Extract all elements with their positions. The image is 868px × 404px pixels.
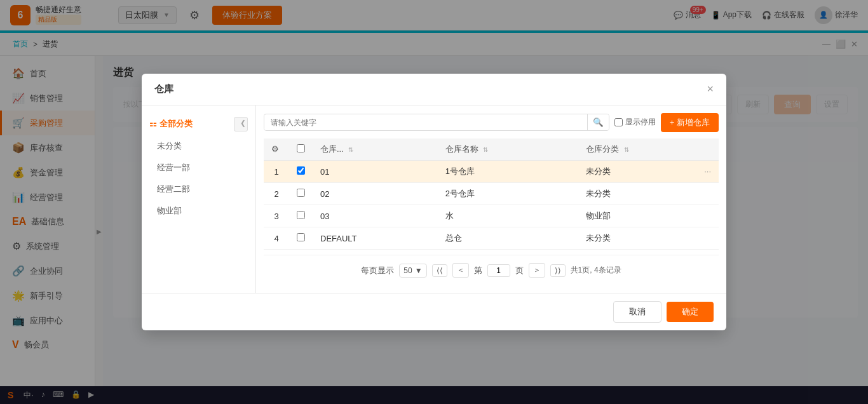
search-button[interactable]: 🔍 — [587, 114, 609, 130]
table-body: 1 01 1号仓库 未分类··· 2 02 2号仓库 未分类 3 03 水 物业… — [264, 160, 719, 250]
table-container: ⚙ 仓库... ⇅ 仓库名称 — [264, 138, 719, 250]
select-all-checkbox[interactable] — [297, 144, 305, 152]
category-all-icon: ⚏ — [149, 119, 157, 128]
td-name: 水 — [438, 205, 578, 227]
th-name: 仓库名称 ⇅ — [438, 138, 578, 161]
table-toolbar: 🔍 显示停用 + 新增仓库 — [264, 113, 719, 132]
th-name-sort-icon[interactable]: ⇅ — [483, 146, 488, 153]
show-disabled-checkbox[interactable] — [614, 118, 623, 126]
th-category-sort-icon[interactable]: ⇅ — [624, 146, 629, 153]
table-row[interactable]: 1 01 1号仓库 未分类··· — [264, 160, 719, 183]
row-checkbox[interactable] — [297, 233, 305, 241]
td-name: 1号仓库 — [438, 160, 578, 183]
td-index: 1 — [264, 160, 289, 183]
table-row[interactable]: 4 DEFAULT 总仓 未分类 — [264, 227, 719, 250]
category-panel: ⚏ 全部分类 《 未分类经营一部经营二部物业部 — [142, 105, 256, 293]
td-code: 03 — [313, 205, 438, 227]
td-checkbox[interactable] — [289, 160, 313, 183]
td-category: 未分类 — [578, 183, 719, 205]
category-list: 未分类经营一部经营二部物业部 — [142, 135, 255, 222]
show-disabled-text: 显示停用 — [625, 117, 656, 128]
th-category: 仓库分类 ⇅ — [578, 138, 719, 161]
category-all-label: 全部分类 — [159, 119, 193, 128]
td-checkbox[interactable] — [289, 227, 313, 250]
row-checkbox[interactable] — [297, 166, 305, 175]
cancel-button[interactable]: 取消 — [613, 301, 661, 323]
row-checkbox[interactable] — [297, 189, 305, 197]
per-page-label: 每页显示 — [361, 265, 394, 276]
page-next-button[interactable]: ＞ — [529, 263, 545, 278]
show-disabled-label[interactable]: 显示停用 — [614, 117, 656, 128]
td-name: 总仓 — [438, 227, 578, 250]
table-head: ⚙ 仓库... ⇅ 仓库名称 — [264, 138, 719, 161]
per-page-dropdown-icon: ▼ — [415, 266, 423, 275]
category-collapse-button[interactable]: 《 — [234, 117, 248, 131]
row-checkbox[interactable] — [297, 211, 305, 219]
category-item[interactable]: 经营二部 — [142, 178, 255, 200]
td-checkbox[interactable] — [289, 183, 313, 205]
page-total-info: 共1页, 4条记录 — [571, 265, 621, 276]
warehouse-table: ⚙ 仓库... ⇅ 仓库名称 — [264, 138, 719, 250]
add-warehouse-button[interactable]: + 新增仓库 — [661, 113, 719, 132]
td-category: 物业部 — [578, 205, 719, 227]
per-page-select[interactable]: 50 ▼ — [399, 264, 426, 278]
category-item[interactable]: 物业部 — [142, 200, 255, 222]
modal-close-button[interactable]: × — [707, 83, 714, 96]
page-label: 第 — [474, 265, 482, 276]
confirm-button[interactable]: 确定 — [667, 302, 714, 322]
td-index: 3 — [264, 205, 289, 227]
page-last-button[interactable]: ⟩⟩ — [550, 264, 566, 277]
pagination: 每页显示 50 ▼ ⟨⟨ ＜ 第 页 ＞ ⟩⟩ 共1页, 4条记录 — [264, 255, 719, 285]
td-name: 2号仓库 — [438, 183, 578, 205]
warehouse-modal: 仓库 × ⚏ 全部分类 《 未分类经营一部经营二部物业部 — [142, 74, 726, 331]
category-all-header[interactable]: ⚏ 全部分类 《 — [142, 113, 255, 135]
category-item[interactable]: 未分类 — [142, 135, 255, 157]
modal-title: 仓库 — [154, 83, 173, 95]
page-prev-button[interactable]: ＜ — [452, 263, 469, 278]
modal-overlay: 仓库 × ⚏ 全部分类 《 未分类经营一部经营二部物业部 — [0, 0, 868, 404]
th-checkbox — [289, 138, 313, 161]
td-code: 01 — [313, 160, 438, 183]
page-suffix: 页 — [515, 265, 524, 276]
td-code: 02 — [313, 183, 438, 205]
search-input-wrap: 🔍 — [264, 114, 609, 131]
td-index: 4 — [264, 227, 289, 250]
modal-body: ⚏ 全部分类 《 未分类经营一部经营二部物业部 🔍 — [142, 105, 726, 293]
table-row[interactable]: 3 03 水 物业部 — [264, 205, 719, 227]
td-index: 2 — [264, 183, 289, 205]
table-settings-icon[interactable]: ⚙ — [271, 144, 279, 154]
td-code: DEFAULT — [313, 227, 438, 250]
category-item[interactable]: 经营一部 — [142, 157, 255, 178]
row-actions[interactable]: ··· — [704, 166, 711, 176]
modal-header: 仓库 × — [142, 74, 726, 105]
page-first-button[interactable]: ⟨⟨ — [432, 264, 447, 277]
modal-footer: 取消 确定 — [142, 293, 726, 330]
search-input[interactable] — [264, 115, 587, 130]
th-settings: ⚙ — [264, 138, 289, 161]
td-category: 未分类··· — [578, 161, 719, 183]
th-code-sort-icon[interactable]: ⇅ — [348, 146, 353, 153]
table-row[interactable]: 2 02 2号仓库 未分类 — [264, 183, 719, 205]
td-category: 未分类 — [578, 227, 719, 250]
td-checkbox[interactable] — [289, 205, 313, 227]
page-number-input[interactable] — [487, 264, 510, 277]
th-code: 仓库... ⇅ — [313, 138, 438, 161]
table-panel: 🔍 显示停用 + 新增仓库 ⚙ — [256, 105, 726, 293]
